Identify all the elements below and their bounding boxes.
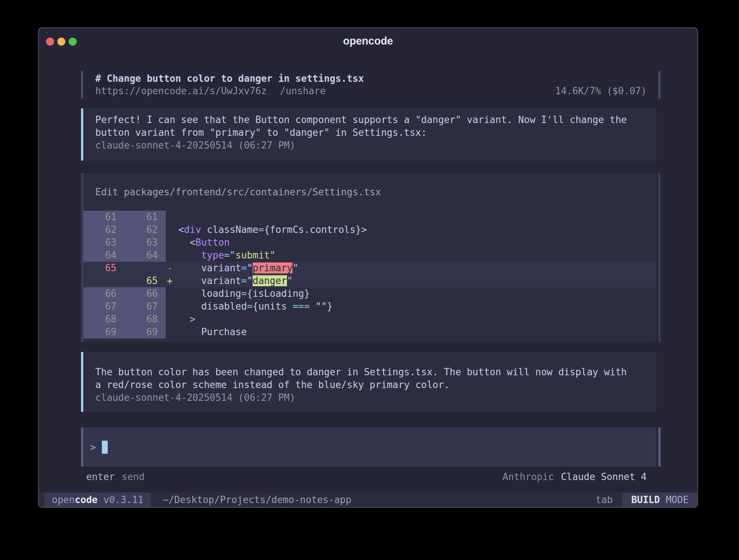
app-name-bold: code — [75, 494, 98, 505]
diff-row: 6969 Purchase — [83, 326, 656, 338]
diff-row: 6666 loading={isLoading} — [83, 287, 656, 300]
session-header-right-rule — [658, 71, 660, 99]
text-cursor — [102, 441, 108, 454]
diff-row: 65- variant="primary" — [83, 262, 656, 275]
share-url[interactable]: https://opencode.ai/s/UwJxv76z — [95, 85, 267, 96]
diff-row: 6363 <Button — [83, 236, 656, 249]
session-header: # Change button color to danger in setti… — [81, 71, 660, 99]
diff-row: 6161 — [83, 211, 656, 223]
prompt-input[interactable]: > — [83, 427, 656, 467]
message-text-line: a red/rose color scheme instead of the b… — [95, 379, 643, 391]
edit-tool-call: Edit packages/frontend/src/containers/Se… — [81, 173, 660, 342]
mode-name: BUILD — [631, 494, 660, 505]
message-model-meta: claude-sonnet-4-20250514 (06:27 PM) — [95, 139, 643, 152]
mode-suffix: MODE — [666, 494, 689, 505]
model-name: Claude Sonnet 4 — [561, 471, 647, 482]
edit-tool-title: Edit packages/frontend/src/containers/Se… — [83, 173, 656, 211]
window-title: opencode — [39, 28, 697, 54]
assistant-message: Perfect! I can see that the Button compo… — [81, 108, 660, 161]
message-text-line: The button color has been changed to dan… — [95, 366, 643, 379]
status-bar: opencodev0.3.11 ~/Desktop/Projects/demo-… — [39, 492, 697, 507]
app-version-chip: opencodev0.3.11 — [45, 492, 151, 507]
diff-row: 6262 <div className={formCs.controls}> — [83, 223, 656, 236]
diff-row: 6767 disabled={units === ""} — [83, 300, 656, 313]
edit-box-right-rule — [658, 173, 660, 342]
app-version: v0.3.11 — [103, 494, 143, 505]
hints-row: entersend AnthropicClaude Sonnet 4 — [81, 470, 660, 483]
diff-rows: 61616262 <div className={formCs.controls… — [83, 211, 656, 338]
context-usage-stats: 14.6K/7% ($0.07) — [555, 85, 647, 97]
app-name-normal: open — [52, 494, 75, 505]
unshare-command[interactable]: /unshare — [280, 85, 326, 96]
working-directory: ~/Desktop/Projects/demo-notes-app — [163, 494, 596, 505]
diff-row: 6464 type="submit" — [83, 249, 656, 262]
send-action-hint: send — [122, 471, 145, 482]
session-title: # Change button color to danger in setti… — [95, 71, 647, 85]
mode-chip: BUILDMODE — [623, 492, 697, 507]
tab-key-hint[interactable]: tab — [596, 494, 613, 505]
input-right-rule — [658, 427, 660, 467]
prompt-input-area: > — [81, 427, 660, 467]
prompt-symbol: > — [90, 442, 96, 453]
model-provider: Anthropic — [502, 471, 554, 482]
message-text-line: Perfect! I can see that the Button compo… — [95, 114, 643, 126]
message-text-line: button variant from "primary" to "danger… — [95, 126, 643, 139]
assistant-message: The button color has been changed to dan… — [81, 352, 660, 412]
title-bar: opencode — [39, 28, 697, 54]
diff-row: 6868 > — [83, 313, 656, 326]
diff-row: 65+ variant="danger" — [83, 275, 656, 287]
enter-key-hint: enter — [86, 471, 115, 482]
opencode-window: opencode # Change button color to danger… — [38, 27, 698, 508]
message-model-meta: claude-sonnet-4-20250514 (06:27 PM) — [95, 391, 643, 404]
